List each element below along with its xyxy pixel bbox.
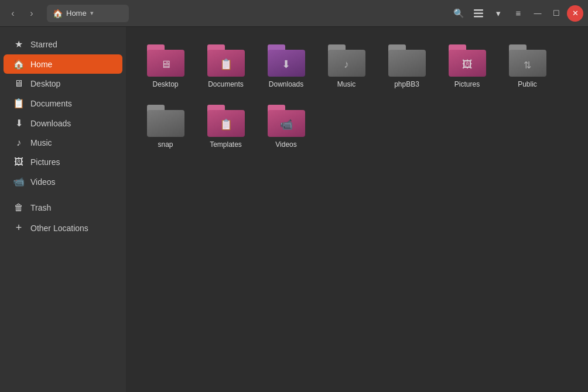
svg-rect-2 (474, 16, 483, 18)
sidebar-item-other-locations[interactable]: + Other Locations (4, 218, 122, 238)
file-label-music: Music (337, 80, 355, 90)
file-area: 🖥 Desktop 📋 Documents ⬇ (126, 27, 588, 392)
file-item-public[interactable]: ⇅ Public (500, 39, 555, 94)
file-item-downloads[interactable]: ⬇ Downloads (258, 39, 314, 94)
location-label: Home (66, 9, 87, 18)
file-item-videos[interactable]: 📹 Videos (258, 99, 314, 154)
home-sidebar-icon: 🏠 (13, 59, 25, 70)
sidebar-item-starred[interactable]: ★ Starred (4, 35, 122, 54)
folder-icon-documents: 📋 (207, 44, 245, 77)
file-label-desktop: Desktop (152, 80, 178, 90)
sidebar-item-downloads[interactable]: ⬇ Downloads (4, 114, 122, 133)
sidebar-label-trash: Trash (30, 203, 51, 212)
folder-icon-desktop: 🖥 (147, 44, 184, 77)
file-item-desktop[interactable]: 🖥 Desktop (138, 39, 193, 94)
sidebar-label-downloads: Downloads (30, 119, 71, 128)
file-item-documents[interactable]: 📋 Documents (198, 39, 254, 94)
file-item-pictures[interactable]: 🖼 Pictures (439, 39, 495, 94)
sidebar-item-trash[interactable]: 🗑 Trash (4, 198, 122, 217)
maximize-button[interactable]: ☐ (548, 5, 565, 22)
forward-button[interactable]: › (23, 5, 40, 22)
music-icon: ♪ (13, 137, 25, 148)
file-label-snap: snap (158, 140, 173, 150)
view-list-button[interactable] (470, 5, 487, 22)
sidebar-item-documents[interactable]: 📋 Documents (4, 94, 122, 113)
folder-icon-downloads: ⬇ (268, 44, 305, 77)
svg-rect-0 (474, 9, 483, 11)
home-icon: 🏠 (53, 9, 63, 18)
folder-icon-phpbb3 (388, 44, 426, 77)
trash-icon: 🗑 (13, 202, 25, 213)
file-label-downloads: Downloads (269, 80, 303, 90)
file-item-snap[interactable]: snap (138, 99, 193, 154)
view-options-button[interactable]: ▾ (490, 5, 507, 22)
folder-icon-pictures: 🖼 (449, 44, 486, 77)
sidebar-label-music: Music (30, 138, 52, 147)
file-label-public: Public (518, 80, 537, 90)
file-label-videos: Videos (275, 140, 296, 150)
starred-icon: ★ (13, 39, 25, 50)
folder-icon-public: ⇅ (509, 44, 546, 77)
minimize-button[interactable]: — (529, 5, 546, 22)
sidebar: ★ Starred 🏠 Home 🖥 Desktop 📋 Documents ⬇… (0, 27, 126, 392)
sidebar-item-pictures[interactable]: 🖼 Pictures (4, 153, 122, 171)
downloads-icon: ⬇ (13, 118, 25, 129)
other-locations-icon: + (13, 222, 25, 234)
back-button[interactable]: ‹ (5, 5, 21, 22)
file-grid: 🖥 Desktop 📋 Documents ⬇ (138, 39, 576, 154)
videos-icon: 📹 (13, 176, 25, 187)
file-label-pictures: Pictures (454, 80, 480, 90)
sidebar-label-videos: Videos (30, 177, 56, 187)
search-button[interactable]: 🔍 (450, 5, 467, 22)
sidebar-label-pictures: Pictures (30, 157, 60, 167)
sidebar-label-desktop: Desktop (30, 79, 60, 88)
file-label-templates: Templates (210, 140, 242, 150)
sidebar-label-documents: Documents (30, 99, 72, 108)
sidebar-item-videos[interactable]: 📹 Videos (4, 172, 122, 191)
file-item-phpbb3[interactable]: phpBB3 (379, 39, 435, 94)
pictures-icon: 🖼 (13, 157, 25, 167)
location-chevron-icon: ▾ (90, 9, 94, 17)
file-item-music[interactable]: ♪ Music (319, 39, 374, 94)
sidebar-item-desktop[interactable]: 🖥 Desktop (4, 74, 122, 93)
titlebar: ‹ › 🏠 Home ▾ 🔍 ▾ ≡ — ☐ ✕ (0, 0, 588, 27)
file-label-phpbb3: phpBB3 (394, 80, 419, 90)
file-item-templates[interactable]: 📋 Templates (198, 99, 254, 154)
main-area: ★ Starred 🏠 Home 🖥 Desktop 📋 Documents ⬇… (0, 27, 588, 392)
sidebar-label-home: Home (30, 60, 52, 69)
folder-icon-snap (147, 105, 184, 137)
documents-icon: 📋 (13, 98, 25, 109)
folder-icon-music: ♪ (328, 44, 365, 77)
sidebar-label-starred: Starred (30, 40, 57, 49)
svg-rect-1 (474, 12, 483, 14)
sidebar-item-music[interactable]: ♪ Music (4, 133, 122, 152)
close-button[interactable]: ✕ (567, 5, 583, 22)
folder-icon-templates: 📋 (207, 105, 245, 137)
folder-icon-videos: 📹 (268, 105, 305, 137)
file-label-documents: Documents (208, 80, 244, 90)
titlebar-right: 🔍 ▾ ≡ — ☐ ✕ (450, 5, 583, 22)
sidebar-label-other-locations: Other Locations (30, 223, 88, 233)
sidebar-item-home[interactable]: 🏠 Home (4, 54, 122, 74)
menu-button[interactable]: ≡ (510, 5, 527, 22)
desktop-icon: 🖥 (13, 78, 25, 89)
location-bar: 🏠 Home ▾ (47, 5, 129, 22)
